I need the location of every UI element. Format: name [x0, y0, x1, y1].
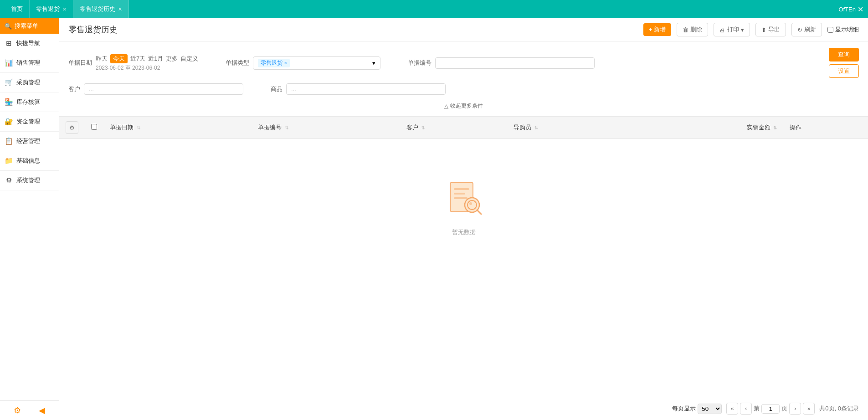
sidebar-item-sales[interactable]: 📊 销售管理 — [0, 53, 59, 73]
inventory-icon: 🏪 — [5, 98, 13, 106]
sidebar: 🔍 搜索菜单 ⊞ 快捷导航 📊 销售管理 🛒 采购管理 🏪 库 — [0, 18, 59, 420]
svg-line-6 — [477, 210, 481, 214]
sidebar-item-quick-nav[interactable]: ⊞ 快捷导航 — [0, 34, 59, 53]
sidebar-search[interactable]: 🔍 搜索菜单 — [0, 18, 59, 34]
last-page-button[interactable]: » — [803, 403, 815, 415]
svg-rect-2 — [454, 193, 465, 195]
date-opt-yesterday[interactable]: 昨天 — [96, 55, 108, 63]
table-header-row: ⚙ 单据日期 ⇅ 单据编号 ⇅ — [59, 117, 868, 139]
next-page-button[interactable]: › — [789, 403, 801, 415]
content-area: 零售退货历史 + 新增 🗑 删除 🖨 打印 ▾ ⬆ 导出 — [59, 18, 868, 420]
sort-amount-icon: ⇅ — [773, 125, 777, 130]
doc-no-filter: 单据编号 — [408, 57, 595, 69]
sort-doc-date-icon: ⇅ — [137, 125, 140, 130]
settings-bottom-icon[interactable]: ⚙ — [14, 405, 21, 415]
th-customer[interactable]: 客户 ⇅ — [400, 117, 508, 139]
customer-input[interactable]: ... — [84, 83, 243, 95]
date-opt-more[interactable]: 更多 — [166, 55, 178, 63]
date-opt-custom[interactable]: 自定义 — [180, 55, 198, 63]
page-header: 零售退货历史 + 新增 🗑 删除 🖨 打印 ▾ ⬆ 导出 — [59, 18, 868, 41]
show-detail-checkbox-label[interactable]: 显示明细 — [827, 26, 859, 34]
collapse-up-icon: △ — [444, 103, 448, 109]
sidebar-bottom: ⚙ ◀ — [0, 400, 59, 420]
print-icon: 🖨 — [719, 26, 725, 33]
filter-row-1: 单据日期 昨天 今天 近7天 近1月 更多 自定义 2023-06-02 至 2… — [68, 48, 859, 78]
goods-filter: 商品 ... — [271, 83, 446, 95]
page-size-dropdown[interactable]: 20 50 100 — [698, 404, 722, 414]
close-retail-return-tab[interactable]: ✕ — [62, 6, 67, 12]
doc-type-tag-close[interactable]: × — [284, 60, 287, 66]
collapse-filter-bar[interactable]: △ 收起更多条件 — [68, 100, 859, 112]
sidebar-item-operation[interactable]: 📋 经营管理 — [0, 132, 59, 151]
system-icon: ⚙ — [5, 176, 13, 184]
search-icon: 🔍 — [5, 23, 12, 30]
date-options: 昨天 今天 近7天 近1月 更多 自定义 2023-06-02 至 2023-0… — [96, 54, 198, 72]
window-close-button[interactable]: ✕ — [858, 5, 863, 14]
doc-type-select[interactable]: 零售退货 × ▾ — [253, 56, 380, 70]
show-detail-checkbox[interactable] — [827, 27, 833, 33]
app-name: OfTEn ✕ — [838, 5, 863, 14]
date-opt-7days[interactable]: 近7天 — [130, 55, 145, 63]
date-opt-1month[interactable]: 近1月 — [148, 55, 163, 63]
print-button[interactable]: 🖨 打印 ▾ — [714, 23, 750, 36]
th-doc-no[interactable]: 单据编号 ⇅ — [252, 117, 400, 139]
print-dropdown-icon: ▾ — [741, 26, 744, 33]
th-guide[interactable]: 导购员 ⇅ — [507, 117, 635, 139]
th-operation: 操作 — [783, 117, 868, 139]
doc-no-input[interactable] — [435, 57, 595, 69]
page-size-select: 每页显示 20 50 100 — [672, 404, 722, 414]
sidebar-item-finance[interactable]: 🔐 资金管理 — [0, 112, 59, 132]
svg-point-7 — [469, 202, 472, 205]
tab-home[interactable]: 首页 — [5, 0, 30, 18]
new-button[interactable]: + 新增 — [643, 23, 671, 36]
customer-filter: 客户 ... — [68, 83, 243, 95]
th-amount[interactable]: 实销金额 ⇅ — [635, 117, 783, 139]
page-nav: « ‹ 第 页 › » — [726, 403, 815, 415]
setting-button[interactable]: 设置 — [829, 64, 859, 78]
quick-nav-icon: ⊞ — [5, 39, 13, 47]
table-area: ⚙ 单据日期 ⇅ 单据编号 ⇅ — [59, 117, 868, 397]
filter-area: 单据日期 昨天 今天 近7天 近1月 更多 自定义 2023-06-02 至 2… — [59, 41, 868, 117]
data-table: ⚙ 单据日期 ⇅ 单据编号 ⇅ — [59, 117, 868, 139]
th-checkbox — [85, 117, 103, 139]
date-range-display: 2023-06-02 至 2023-06-02 — [96, 64, 198, 72]
purchase-icon: 🛒 — [5, 78, 13, 87]
sidebar-item-inventory[interactable]: 🏪 库存核算 — [0, 92, 59, 112]
svg-rect-3 — [454, 197, 467, 199]
th-doc-date[interactable]: 单据日期 ⇅ — [103, 117, 252, 139]
top-bar: 首页 零售退货 ✕ 零售退货历史 ✕ OfTEn ✕ — [0, 0, 868, 18]
collapse-sidebar-icon[interactable]: ◀ — [39, 405, 45, 415]
base-info-icon: 📁 — [5, 157, 13, 165]
doc-type-filter: 单据类型 零售退货 × ▾ — [226, 56, 380, 70]
doc-type-dropdown-icon: ▾ — [372, 60, 375, 67]
sidebar-item-purchase[interactable]: 🛒 采购管理 — [0, 73, 59, 92]
date-opt-today[interactable]: 今天 — [110, 54, 128, 63]
refresh-button[interactable]: ↻ 刷新 — [791, 23, 822, 36]
query-button[interactable]: 查询 — [829, 48, 859, 61]
first-page-button[interactable]: « — [726, 403, 738, 415]
sort-guide-icon: ⇅ — [534, 125, 538, 130]
export-icon: ⬆ — [761, 26, 766, 33]
sidebar-item-base-info[interactable]: 📁 基础信息 — [0, 151, 59, 171]
sales-icon: 📊 — [5, 59, 13, 67]
empty-text: 暂无数据 — [452, 228, 476, 236]
close-retail-return-history-tab[interactable]: ✕ — [118, 6, 122, 12]
sidebar-item-system[interactable]: ⚙ 系统管理 — [0, 171, 59, 190]
page-number-input[interactable] — [761, 404, 780, 414]
page-title: 零售退货历史 — [68, 24, 118, 35]
sort-customer-icon: ⇅ — [421, 125, 425, 130]
goods-input[interactable]: ... — [286, 83, 446, 95]
svg-rect-1 — [454, 188, 469, 190]
refresh-icon: ↻ — [797, 26, 802, 33]
delete-button[interactable]: 🗑 删除 — [677, 23, 708, 36]
total-info: 共0页, 0条记录 — [819, 405, 859, 413]
finance-icon: 🔐 — [5, 118, 13, 126]
prev-page-button[interactable]: ‹ — [740, 403, 752, 415]
select-all-checkbox[interactable] — [91, 124, 97, 130]
date-filter: 单据日期 昨天 今天 近7天 近1月 更多 自定义 2023-06-02 至 2… — [68, 54, 198, 72]
delete-icon: 🗑 — [683, 26, 688, 33]
export-button[interactable]: ⬆ 导出 — [755, 23, 786, 36]
tab-retail-return[interactable]: 零售退货 ✕ — [30, 0, 73, 18]
table-settings-icon[interactable]: ⚙ — [66, 121, 78, 134]
tab-retail-return-history[interactable]: 零售退货历史 ✕ — [73, 0, 129, 18]
